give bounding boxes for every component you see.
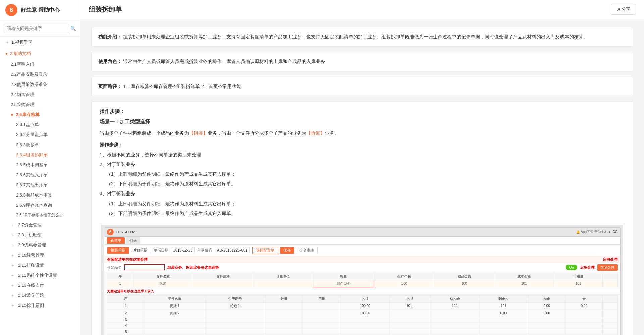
sidebar-item-docs-2-6-4[interactable]: 2.6.4组装拆卸单: [0, 150, 80, 160]
erp-table1-header: 序 父件名称 父件规格 计量单位 数量 生产个数 成品金额 成本金额 可用量: [104, 272, 620, 288]
col-available: 可用量: [554, 273, 603, 280]
sidebar-item-docs-2-3[interactable]: 2.3使用前数据准备: [0, 79, 80, 90]
sidebar-item-docs-2-8[interactable]: ＋ 2.8手机旺铺: [0, 230, 80, 240]
erp-tab-list[interactable]: 列表: [126, 237, 140, 244]
sidebar-item-docs-2-5[interactable]: 2.5采购管理: [0, 100, 80, 110]
highlight-assemble: 【组装】: [189, 130, 208, 136]
erp-code-label: 单据编码: [197, 248, 212, 253]
annotation-manual-label: 无固定清单可以在这里手工录入: [104, 288, 620, 295]
erp-logo: 6: [107, 229, 114, 235]
annotation-label2: 启用处理: [603, 257, 618, 262]
sidebar-item-docs-2-13[interactable]: ＋ 2.13在线支付: [0, 280, 80, 290]
erp-tab-active[interactable]: 新增单: [107, 237, 125, 244]
sidebar-item-docs-2-2[interactable]: 2.2产品安装及登录: [0, 69, 80, 79]
step-2: 2、对于组装业务: [100, 160, 625, 169]
sidebar-item-docs-2-6-9[interactable]: 2.6.9库存账本查询: [0, 200, 80, 210]
erp-user: CC: [613, 230, 618, 234]
operation-steps-title: 操作步骤：: [100, 108, 625, 115]
use-role-label: 使用角色：: [98, 59, 122, 64]
screenshot-container: 6 TEST-H002 🔔 App下载 帮助中心 ● CC 新增单 列表: [100, 223, 625, 335]
app-title: 好生意 帮助中心: [21, 7, 60, 14]
sidebar-item-docs-2-6-8[interactable]: 2.6.8商品成本重算: [0, 190, 80, 200]
page-path-block: 页面路径： 1、库存核算->库存管理->组装拆卸单 2、首页->常用功能: [91, 77, 633, 96]
step-2-1: （1）上部明细为父件明细，最终作为产成品生成其它入库单；: [100, 170, 625, 178]
sidebar-item-docs-2-10[interactable]: ＋ 2.10经营管理: [0, 250, 80, 260]
page-title: 组装拆卸单: [89, 5, 122, 14]
search-input[interactable]: [4, 24, 69, 33]
collapse-icon-2-6: ●: [11, 112, 13, 117]
sidebar-item-label: 2.帮助文档: [10, 51, 31, 57]
sidebar-item-docs-2-6-3[interactable]: 2.6.3调拨单: [0, 140, 80, 150]
feature-intro-block: 功能介绍： 组装拆卸单用来处理企业组装或拆卸等加工业务，支持有固定装配清单的产品…: [91, 27, 633, 47]
sidebar-item-docs-2-9[interactable]: ＋ 2.9优惠券管理: [0, 240, 80, 250]
table-row: 1 周期 1 哈哈 1 100.00 101+ 101 101: [107, 302, 618, 310]
erp-btn-select-list[interactable]: 选择配置单: [252, 247, 278, 254]
col-actions: [603, 273, 618, 280]
table-row: 5: [107, 329, 618, 335]
search-box: 🔍: [0, 20, 80, 37]
col-seq: 序: [107, 273, 133, 280]
sidebar-item-docs[interactable]: ● 2.帮助文档: [0, 48, 80, 59]
erp-top-links: 🔔 App下载 帮助中心 ●: [576, 230, 611, 234]
page-path-text: 1、库存核算->库存管理->组装拆卸单 2、首页->常用功能: [123, 83, 241, 89]
sidebar-item-docs-2-4[interactable]: 2.4销售管理: [0, 90, 80, 100]
sidebar-item-docs-2-14[interactable]: ＋ 2.14常见问题: [0, 290, 80, 300]
share-button[interactable]: ↗ 分享: [611, 4, 636, 15]
step-2-2: （2）下部明细为子件明细，最终作为原材料生成其它出库单。: [100, 180, 625, 188]
steps-sub-title: 操作步骤：: [100, 142, 625, 148]
sidebar-item-docs-2-6-2[interactable]: 2.6.2分量盘点单: [0, 130, 80, 140]
expand-icon: ＋: [5, 40, 9, 45]
content-area: 功能介绍： 组装拆卸单用来处理企业组装或拆卸等加工业务，支持有固定装配清单的产品…: [80, 19, 644, 335]
sidebar-item-docs-2-6-5[interactable]: 2.6.5成本调整单: [0, 160, 80, 170]
sidebar-item-docs-2-1[interactable]: 2.1新手入门: [0, 59, 80, 69]
sidebar-item-docs-2-6-7[interactable]: 2.6.7其他出库单: [0, 180, 80, 190]
app-logo: 6: [5, 4, 17, 16]
step-3: 3、对于拆装业务: [100, 189, 625, 198]
erp-btn-submit[interactable]: 提交审核: [296, 247, 318, 254]
erp-field-label: 开始品名: [107, 265, 122, 270]
sidebar-item-video[interactable]: ＋ 1.视频学习: [0, 37, 80, 48]
feature-intro-text: 组装拆卸单用来处理企业组装或拆卸等加工业务，支持有固定装配清单的产品加工业务，也…: [123, 34, 588, 39]
col-product-amt: 成品金额: [434, 273, 494, 280]
erp-code-value: AD-20191226-001: [215, 247, 250, 253]
table-row: 2 周期 2 100.00 0.00: [107, 310, 618, 317]
col-cost-amt: 成本金额: [494, 273, 554, 280]
erp-seg-disassemble[interactable]: 拆卸单据: [129, 247, 151, 254]
use-role-text: 通常由生产人员或库管人员完成拆装业务的操作，库管人员确认原材料的出库和产成品的入…: [123, 59, 325, 64]
expand-icon-2-13: ＋: [11, 283, 15, 288]
annotation-segment-label: 组装业务、拆卸业务在这里选择: [167, 265, 219, 270]
erp-type-segment: 组装单据 拆卸单据: [107, 247, 151, 254]
feature-intro-label: 功能介绍：: [98, 34, 122, 39]
steps-list: 1、根据不同的业务，选择不同单据的类型来处理 2、对于组装业务 （1）上部明细为…: [100, 151, 625, 218]
erp-seg-assemble[interactable]: 组装单据: [107, 247, 129, 254]
top-bar: 组装拆卸单 ↗ 分享: [80, 0, 644, 19]
erp-fuzzy-input[interactable]: [124, 264, 165, 270]
sidebar-item-docs-2-15[interactable]: ＋ 2.15操作案例: [0, 300, 80, 311]
expand-icon-2-12: ＋: [11, 273, 15, 278]
sidebar-item-docs-2-12[interactable]: ＋ 2.12系统个性化设置: [0, 270, 80, 280]
annotation-label1: 有装配清单的在这里处理: [107, 257, 148, 262]
search-button[interactable]: 🔍: [70, 26, 76, 31]
erp-btn-save[interactable]: 保存: [280, 247, 294, 254]
expand-icon-2-7: ＋: [11, 223, 15, 227]
sidebar-item-docs-2-6[interactable]: ● 2.6库存核算: [0, 110, 80, 120]
expand-icon-2-14: ＋: [11, 293, 15, 298]
expand-icon-2-11: ＋: [11, 263, 15, 268]
erp-parent-table: 序 父件名称 父件规格 计量单位 数量 生产个数 成品金额 成本金额 可用量: [107, 273, 618, 287]
sidebar-item-docs-2-7[interactable]: ＋ 2.7资金管理: [0, 220, 80, 230]
sidebar-item-docs-2-6-6[interactable]: 2.6.6其他入库单: [0, 170, 80, 180]
col-prod-qty: 生产个数: [374, 273, 434, 280]
sidebar-header: 6 好生意 帮助中心: [0, 0, 80, 20]
highlight-disassemble: 【拆卸】: [306, 130, 325, 136]
nav-section: ＋ 1.视频学习 ● 2.帮助文档 2.1新手入门 2.2产品安装及登录 2.3…: [0, 37, 80, 311]
on-badge[interactable]: On: [566, 265, 577, 270]
expand-icon-2-8: ＋: [11, 233, 15, 237]
sidebar-item-docs-2-6-10[interactable]: 2.6.10库存账本错了怎么办: [0, 210, 80, 220]
table-row: 1 米米 组件 1/个 100 100 101 101: [107, 280, 618, 287]
erp-btn-apply[interactable]: 立发处理: [597, 264, 618, 271]
main-content: 组装拆卸单 ↗ 分享 功能介绍： 组装拆卸单用来处理企业组装或拆卸等加工业务，支…: [80, 0, 644, 335]
erp-date-value: 2019-12-26: [171, 247, 195, 253]
col-unit: 计量单位: [253, 273, 313, 280]
sidebar-item-docs-2-11[interactable]: ＋ 2.11打印设置: [0, 260, 80, 270]
sidebar-item-docs-2-6-1[interactable]: 2.6.1盘点单: [0, 120, 80, 130]
